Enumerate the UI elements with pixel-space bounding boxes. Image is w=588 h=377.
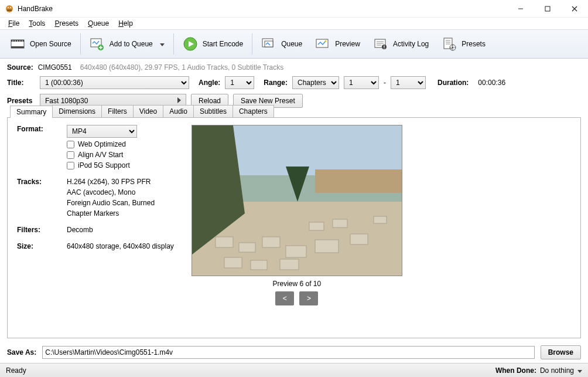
angle-label: Angle: bbox=[199, 79, 220, 87]
filmstrip-icon bbox=[10, 36, 25, 52]
source-label: Source: bbox=[7, 63, 33, 72]
when-done-value: Do nothing bbox=[540, 366, 574, 375]
maximize-button[interactable] bbox=[534, 0, 561, 18]
queue-label: Queue bbox=[281, 40, 302, 48]
svg-marker-20 bbox=[160, 43, 165, 46]
duration-label: Duration: bbox=[437, 79, 469, 87]
svg-rect-5 bbox=[545, 6, 550, 11]
range-to-select[interactable]: 1 bbox=[391, 76, 426, 89]
preview-nav: < > bbox=[274, 291, 320, 305]
web-optimized-checkbox[interactable]: Web Optimized bbox=[67, 140, 174, 148]
menu-tools[interactable]: Tools bbox=[25, 18, 49, 29]
preset-selected: Fast 1080p30 bbox=[45, 97, 88, 105]
angle-select[interactable]: 1 bbox=[225, 76, 254, 89]
presets-icon bbox=[442, 36, 457, 52]
app-title: HandBrake bbox=[18, 5, 507, 13]
queue-add-icon bbox=[90, 36, 105, 52]
activity-log-label: Activity Log bbox=[393, 40, 429, 48]
menu-help[interactable]: Help bbox=[115, 18, 136, 29]
duration-value: 00:00:36 bbox=[478, 79, 505, 87]
preview-image bbox=[192, 125, 402, 276]
preview-next-button[interactable]: > bbox=[299, 291, 318, 305]
svg-rect-51 bbox=[315, 240, 339, 253]
separator bbox=[80, 33, 81, 55]
svg-marker-59 bbox=[577, 370, 582, 373]
preview-prev-button[interactable]: < bbox=[275, 291, 294, 305]
play-icon bbox=[183, 36, 198, 52]
toolbar: Open Source Add to Queue Start Encode Qu… bbox=[0, 29, 588, 59]
save-as-input[interactable] bbox=[42, 346, 534, 359]
svg-rect-57 bbox=[333, 219, 347, 227]
tab-chapters[interactable]: Chapters bbox=[233, 105, 274, 117]
svg-rect-47 bbox=[216, 237, 233, 247]
tab-filters[interactable]: Filters bbox=[101, 105, 134, 117]
close-button[interactable] bbox=[561, 0, 588, 18]
svg-rect-14 bbox=[19, 40, 20, 42]
tab-video[interactable]: Video bbox=[133, 105, 163, 117]
svg-rect-15 bbox=[22, 40, 23, 42]
range-from-select[interactable]: 1 bbox=[344, 76, 379, 89]
range-dash: - bbox=[384, 79, 386, 87]
svg-rect-55 bbox=[280, 259, 299, 270]
svg-point-0 bbox=[6, 5, 13, 12]
align-av-checkbox[interactable]: Align A/V Start bbox=[67, 151, 174, 159]
preview-caption: Preview 6 of 10 bbox=[272, 280, 321, 288]
separator bbox=[173, 33, 174, 55]
svg-rect-48 bbox=[239, 243, 255, 252]
tabstrip: Summary Dimensions Filters Video Audio S… bbox=[10, 105, 274, 117]
preview-label: Preview bbox=[335, 40, 360, 48]
add-to-queue-button[interactable]: Add to Queue bbox=[83, 32, 171, 56]
chevron-right-icon bbox=[177, 97, 181, 105]
when-done[interactable]: When Done: Do nothing bbox=[495, 366, 582, 375]
menu-queue[interactable]: Queue bbox=[84, 18, 112, 29]
title-select[interactable]: 1 (00:00:36) bbox=[40, 76, 189, 89]
format-label: Format: bbox=[17, 125, 61, 169]
open-source-button[interactable]: Open Source bbox=[4, 32, 78, 56]
svg-rect-54 bbox=[251, 260, 267, 270]
start-encode-button[interactable]: Start Encode bbox=[176, 32, 249, 56]
tab-audio[interactable]: Audio bbox=[163, 105, 194, 117]
menu-presets[interactable]: Presets bbox=[51, 18, 82, 29]
svg-point-33 bbox=[384, 47, 385, 49]
svg-rect-1 bbox=[7, 9, 12, 11]
source-info: 640x480 (640x480), 29.97 FPS, 1 Audio Tr… bbox=[80, 63, 284, 72]
source-name: CIMG0551 bbox=[38, 63, 72, 72]
titlebar: HandBrake bbox=[0, 0, 588, 18]
svg-point-2 bbox=[8, 7, 9, 8]
queue-icon bbox=[261, 36, 276, 52]
summary-left: Format: MP4 Web Optimized Align A/V Star… bbox=[17, 125, 174, 331]
svg-marker-40 bbox=[177, 97, 181, 103]
track-line: Foreign Audio Scan, Burned bbox=[67, 199, 174, 207]
svg-rect-58 bbox=[374, 216, 387, 223]
when-done-label: When Done: bbox=[495, 366, 536, 375]
range-label: Range: bbox=[264, 79, 288, 87]
ipod-checkbox[interactable]: iPod 5G Support bbox=[67, 161, 174, 169]
activity-log-button[interactable]: Activity Log bbox=[367, 32, 435, 56]
preview-icon bbox=[315, 36, 330, 52]
menu-file[interactable]: File bbox=[5, 18, 23, 29]
format-select[interactable]: MP4 bbox=[67, 125, 137, 138]
svg-point-3 bbox=[10, 7, 11, 8]
presets-button[interactable]: Presets bbox=[435, 32, 492, 56]
svg-rect-53 bbox=[224, 257, 242, 268]
svg-rect-12 bbox=[15, 40, 16, 42]
tabs-container: Summary Dimensions Filters Video Audio S… bbox=[7, 117, 581, 338]
chevron-down-icon bbox=[160, 40, 165, 48]
track-line: AAC (avcodec), Mono bbox=[67, 188, 174, 196]
tracks-label: Tracks: bbox=[17, 178, 61, 218]
tab-dimensions[interactable]: Dimensions bbox=[52, 105, 102, 117]
svg-point-26 bbox=[325, 40, 327, 42]
size-value: 640x480 storage, 640x480 display bbox=[67, 242, 174, 250]
browse-button[interactable]: Browse bbox=[541, 345, 581, 359]
track-line: H.264 (x264), 30 FPS PFR bbox=[67, 178, 174, 186]
range-mode-select[interactable]: Chapters bbox=[292, 76, 339, 89]
tab-subtitles[interactable]: Subtitles bbox=[193, 105, 233, 117]
tracks-list: H.264 (x264), 30 FPS PFR AAC (avcodec), … bbox=[67, 178, 174, 218]
queue-button[interactable]: Queue bbox=[255, 32, 309, 56]
svg-rect-13 bbox=[17, 40, 18, 42]
preview-button[interactable]: Preview bbox=[309, 32, 367, 56]
tab-summary[interactable]: Summary bbox=[10, 106, 53, 118]
minimize-button[interactable] bbox=[507, 0, 534, 18]
svg-rect-46 bbox=[315, 169, 402, 193]
separator bbox=[252, 33, 252, 55]
